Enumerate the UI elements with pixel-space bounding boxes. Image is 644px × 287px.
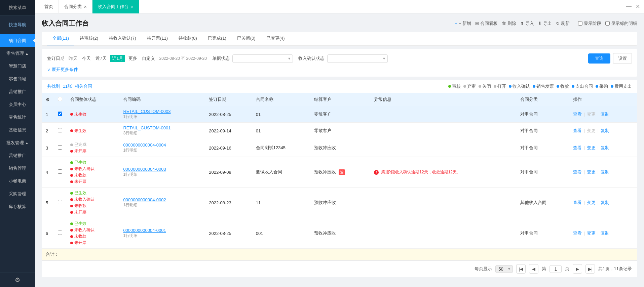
date-preset-more[interactable]: 更多 [127,55,139,62]
copy-op-btn[interactable]: 复制 [601,231,609,236]
import-button[interactable]: ⬆ 导入 [520,20,534,27]
sidebar-item-purchase[interactable]: 采购管理 [0,188,35,200]
change-op-btn[interactable]: 变更 [587,200,596,205]
date-preset-today[interactable]: 今天 [81,55,92,62]
per-page-select[interactable]: 50 100 [495,265,513,273]
copy-op-btn[interactable]: 复制 [601,128,609,133]
tab-income-workbench-close[interactable]: ✕ [130,0,134,13]
add-button[interactable]: + + 新增 [455,20,471,27]
filter-tab-closed[interactable]: 已关闭(0) [232,32,261,45]
show-stages-input[interactable] [578,21,582,26]
row-select-checkbox[interactable] [58,200,62,204]
sidebar-quicknav[interactable]: 快捷导航 [0,19,35,31]
view-op-btn[interactable]: 查看 [573,231,582,236]
change-op-btn[interactable]: 变更 [587,112,596,117]
last-page-btn[interactable]: ▶| [585,264,595,274]
date-preset-last7[interactable]: 近7天 [94,55,108,62]
sidebar-item-wholesale[interactable]: 批发管理 ▲ [0,136,35,149]
close-window-icon[interactable]: ✕ [636,3,640,10]
income-confirm-select[interactable] [327,54,388,63]
contract-link[interactable]: RETAIL_CUSTOM-0003 [123,109,201,114]
show-details-checkbox[interactable]: 显示标的明细 [605,20,637,27]
copy-op-btn[interactable]: 复制 [601,145,609,150]
table-scroll[interactable]: ⚙ 合同整体状态 合同编码 签订日期 合同名称 结算客户 异常信息 合同分类 操… [42,93,637,260]
show-stages-checkbox[interactable]: 显示阶段 [578,20,601,27]
tab-income-workbench[interactable]: 收入合同工作台 ✕ [92,0,139,13]
contract-link[interactable]: RETAIL_CUSTOM-0001 [123,125,201,130]
sidebar-item-marketing[interactable]: 营销推广 [0,85,35,98]
date-preset-yesterday[interactable]: 昨天 [67,55,79,62]
view-op-btn[interactable]: 查看 [573,112,582,117]
next-page-btn[interactable]: ▶ [573,264,582,274]
contract-board-button[interactable]: ⊞ 合同看板 [475,20,498,27]
close-btn[interactable]: 关闭 [479,83,491,90]
sidebar-item-smart-store[interactable]: 智慧门店 [0,60,35,73]
minimize-icon[interactable]: — [626,3,632,10]
filter-tab-pending-income-confirm[interactable]: 待收入确认(7) [104,32,142,45]
doc-status-select[interactable] [232,54,293,63]
sidebar-search[interactable]: 搜索菜单 [0,0,35,16]
select-all-checkbox[interactable] [58,97,62,101]
sidebar-item-inventory[interactable]: 库存核算 [0,200,35,213]
row-select-checkbox[interactable] [58,112,62,116]
copy-op-btn[interactable]: 复制 [601,200,609,205]
filter-tab-pending-collection[interactable]: 待收款(8) [173,32,202,45]
setting-button[interactable]: 设置 [613,53,632,64]
filter-tab-pending-review[interactable]: 待审核(2) [74,32,104,45]
view-op-btn[interactable]: 查看 [573,200,582,205]
change-op-btn[interactable]: 变更 [587,128,596,133]
view-op-btn[interactable]: 查看 [573,145,582,150]
filter-tab-all[interactable]: 全部(11) [47,32,74,45]
query-button[interactable]: 查询 [588,53,610,64]
change-op-btn[interactable]: 变更 [587,169,596,174]
row-select-checkbox[interactable] [58,169,62,174]
review-btn[interactable]: 审核 [448,83,461,90]
income-confirm-btn[interactable]: 收入确认 [509,83,530,90]
view-op-btn[interactable]: 查看 [573,128,582,133]
copy-op-btn[interactable]: 复制 [601,112,609,117]
expand-more-button[interactable]: ∨ 展开更多条件 [47,67,632,73]
payout-btn[interactable]: 支出合同 [572,83,593,90]
page-input[interactable] [550,265,562,273]
sidebar-item-retail-mall[interactable]: 零售商城 [0,73,35,85]
filter-tab-completed[interactable]: 已完成(1) [202,32,232,45]
sidebar-item-basic[interactable]: 基础信息 [0,124,35,136]
refresh-button[interactable]: ↻ 刷新 [556,20,570,27]
change-op-btn[interactable]: 变更 [587,231,596,236]
view-op-btn[interactable]: 查看 [573,169,582,174]
expense-btn[interactable]: 费用支出 [611,83,632,90]
sidebar-item-retail[interactable]: 零售管理 ▲ [0,47,35,60]
copy-op-btn[interactable]: 复制 [601,169,609,174]
sidebar-item-xiaochang[interactable]: 小畅电商 [0,175,35,188]
date-preset-last1month[interactable]: 近1月 [110,55,125,62]
tab-contract-category[interactable]: 合同分类 ✕ [59,0,92,13]
row-select-checkbox[interactable] [58,231,62,235]
contract-link[interactable]: 0000000000004-0004 [123,142,201,148]
sidebar-item-marketing2[interactable]: 营销推广 [0,149,35,162]
change-op-btn[interactable]: 变更 [587,145,596,150]
export-button[interactable]: ⬇ 导出 [538,20,552,27]
contract-link[interactable]: 0000000000004-0002 [123,197,201,202]
purchase-btn[interactable]: 采购 [596,83,608,90]
show-details-input[interactable] [605,21,610,26]
sidebar-item-project[interactable]: 项目合同 ◀ [0,34,35,47]
date-preset-custom[interactable]: 自定义 [141,55,156,62]
contract-link[interactable]: 0000000000004-0003 [123,167,201,172]
tab-home[interactable]: 首页 [39,0,59,13]
delete-button[interactable]: 🗑 删除 [502,20,516,27]
sidebar-item-member[interactable]: 会员中心 [0,98,35,111]
row-select-checkbox[interactable] [58,145,62,150]
filter-tab-pending-invoice[interactable]: 待开票(11) [142,32,173,45]
sidebar-item-sales[interactable]: 销售管理 [0,162,35,175]
prev-page-btn[interactable]: ◀ [529,264,538,274]
collection-btn[interactable]: 收款 [557,83,569,90]
contract-link[interactable]: 0000000000004-0001 [123,228,201,233]
filter-tab-changed[interactable]: 已变更(4) [261,32,290,45]
sidebar-settings[interactable]: ⚙ [0,273,35,287]
sales-invoice-btn[interactable]: 销售发票 [533,83,554,90]
sidebar-item-retail-stat[interactable]: 零售统计 [0,111,35,124]
abandon-btn[interactable]: 弃审 [463,83,476,90]
tab-contract-category-close[interactable]: ✕ [84,0,87,13]
row-select-checkbox[interactable] [58,128,62,132]
first-page-btn[interactable]: |◀ [516,264,526,274]
